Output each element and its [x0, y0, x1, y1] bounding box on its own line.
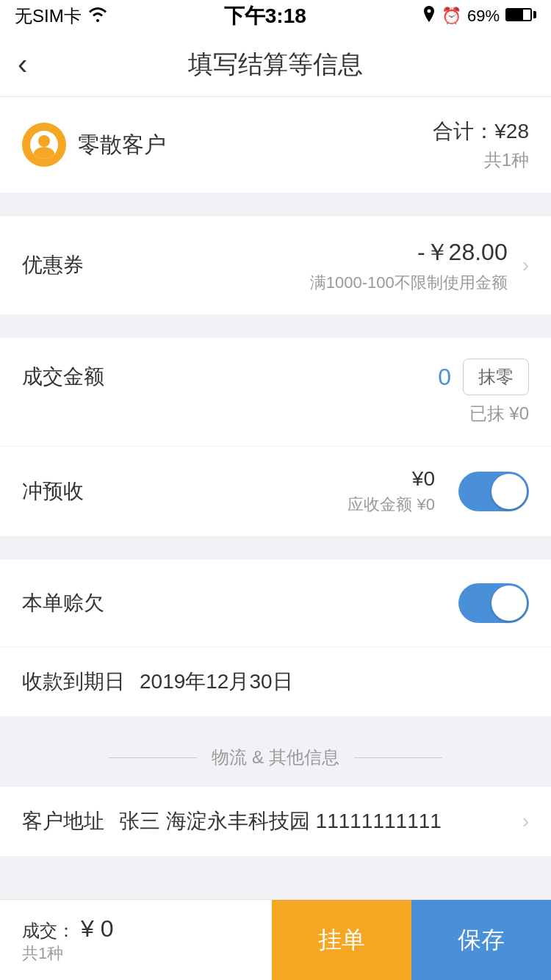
debt-toggle-knob	[491, 586, 527, 621]
prepay-row: 冲预收 ¥0 应收金额 ¥0	[0, 446, 551, 536]
deal-section: 成交金额 0 抹零 已抹 ¥0 冲预收 ¥0 应收金额 ¥0	[0, 338, 551, 536]
address-value: 张三 海淀永丰科技园 11111111111	[119, 807, 516, 835]
customer-info: 零散客户	[22, 123, 166, 167]
debt-label: 本单赊欠	[22, 589, 104, 617]
total-count-label: 共1种	[433, 148, 529, 172]
deal-amount-value[interactable]: 0	[438, 364, 451, 391]
deal-amount-sub: 已抹 ¥0	[469, 403, 529, 423]
total-amount-label: 合计：¥28	[433, 118, 529, 145]
prepay-label: 冲预收	[22, 478, 84, 505]
back-button[interactable]: ‹	[18, 48, 27, 81]
section-divider-2	[0, 326, 551, 338]
prepay-toggle[interactable]	[458, 472, 529, 511]
coupon-label: 优惠券	[22, 251, 84, 279]
alarm-icon: ⏰	[442, 7, 461, 26]
save-button[interactable]: 保存	[411, 900, 551, 980]
bottom-bar: 成交： ¥ 0 共1种 挂单 保存	[0, 899, 551, 980]
hang-button[interactable]: 挂单	[272, 900, 411, 980]
status-time: 下午3:18	[224, 2, 306, 30]
coupon-row[interactable]: 优惠券 -￥28.00 满1000-100不限制使用金额 ›	[0, 216, 551, 314]
customer-section: 零散客户 合计：¥28 共1种	[0, 97, 551, 192]
section-divider-1	[0, 204, 551, 216]
wifi-icon	[87, 6, 108, 26]
logistics-divider: 物流 & 其他信息	[0, 728, 551, 787]
deal-amount-row: 成交金额 0 抹零 已抹 ¥0	[0, 338, 551, 446]
bottom-actions: 挂单 保存	[272, 900, 551, 980]
bottom-deal-label: 成交：	[22, 919, 75, 943]
customer-total: 合计：¥28 共1种	[433, 118, 529, 172]
round-button[interactable]: 抹零	[463, 359, 529, 395]
coupon-info: -￥28.00 满1000-100不限制使用金额	[310, 237, 508, 294]
status-bar-left: 无SIM卡	[15, 4, 108, 28]
prepay-info: ¥0 应收金额 ¥0	[347, 467, 435, 516]
deal-amount-label: 成交金额	[22, 363, 104, 391]
bottom-count: 共1种	[22, 943, 250, 965]
logistics-label: 物流 & 其他信息	[212, 746, 339, 769]
address-row[interactable]: 客户地址 张三 海淀永丰科技园 11111111111 ›	[0, 787, 551, 856]
coupon-chevron-icon: ›	[522, 253, 529, 277]
location-icon	[422, 6, 436, 26]
bottom-deal-amount: ¥ 0	[81, 915, 113, 943]
divider-line-right	[354, 757, 442, 758]
avatar	[22, 123, 66, 167]
address-chevron-icon: ›	[522, 810, 529, 833]
debt-section: 本单赊欠 收款到期日 2019年12月30日	[0, 560, 551, 716]
page-title: 填写结算等信息	[188, 48, 363, 82]
coupon-discount: -￥28.00	[310, 237, 508, 269]
customer-row: 零散客户 合计：¥28 共1种	[0, 97, 551, 192]
battery-icon	[505, 7, 536, 26]
section-divider-3	[0, 548, 551, 560]
sim-label: 无SIM卡	[15, 4, 82, 28]
divider-line-left	[109, 757, 197, 758]
hang-label: 挂单	[318, 924, 365, 956]
debt-toggle[interactable]	[458, 583, 529, 623]
bottom-info: 成交： ¥ 0 共1种	[0, 915, 272, 965]
due-date-row: 收款到期日 2019年12月30日	[0, 646, 551, 716]
prepay-amount: ¥0	[347, 467, 435, 491]
save-label: 保存	[458, 924, 505, 956]
due-date-value[interactable]: 2019年12月30日	[140, 668, 293, 696]
status-bar-right: ⏰ 69%	[422, 6, 536, 26]
avatar-icon	[30, 131, 58, 159]
due-date-label: 收款到期日	[22, 668, 125, 696]
bottom-deal-line: 成交： ¥ 0	[22, 915, 250, 943]
prepay-sub: 应收金额 ¥0	[347, 494, 435, 516]
nav-bar: ‹ 填写结算等信息	[0, 32, 551, 97]
battery-percent: 69%	[467, 7, 500, 26]
logistics-divider-inner: 物流 & 其他信息	[109, 746, 442, 769]
debt-row: 本单赊欠	[0, 560, 551, 646]
address-label: 客户地址	[22, 807, 104, 835]
customer-name: 零散客户	[78, 130, 166, 160]
address-section[interactable]: 客户地址 张三 海淀永丰科技园 11111111111 ›	[0, 787, 551, 856]
status-bar: 无SIM卡 下午3:18 ⏰ 69%	[0, 0, 551, 32]
coupon-desc: 满1000-100不限制使用金额	[310, 272, 508, 294]
coupon-right-area: -￥28.00 满1000-100不限制使用金额 ›	[84, 237, 529, 294]
toggle-knob	[491, 474, 527, 509]
coupon-section[interactable]: 优惠券 -￥28.00 满1000-100不限制使用金额 ›	[0, 216, 551, 314]
